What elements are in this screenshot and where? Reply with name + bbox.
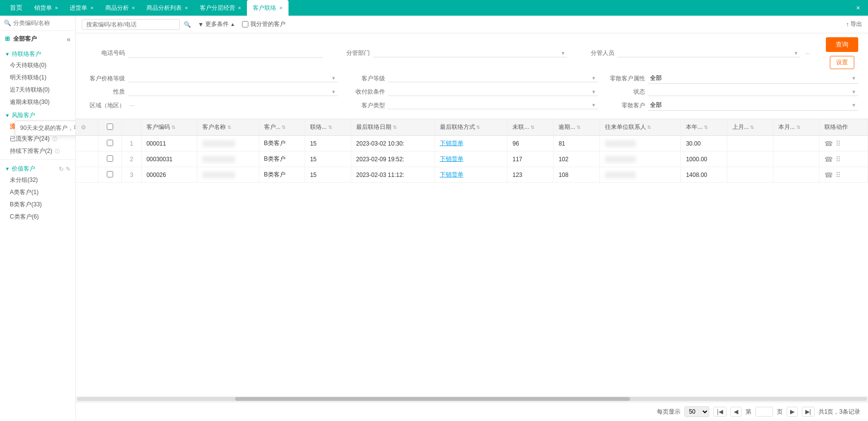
- export-btn[interactable]: ↑ 导出: [846, 20, 862, 28]
- th-last-contact-date[interactable]: 最后联络日期: [351, 119, 435, 136]
- page-size-select[interactable]: 50 100 200: [684, 406, 709, 417]
- th-settings[interactable]: ⚙: [76, 119, 98, 136]
- th-this-year[interactable]: 本年...: [681, 119, 727, 136]
- adv-manager-dots[interactable]: ···: [803, 50, 812, 57]
- adv-nature-select[interactable]: ▼: [128, 88, 338, 96]
- adv-status-select[interactable]: ▼: [648, 88, 858, 96]
- th-type[interactable]: 客户...: [259, 119, 305, 136]
- scrollbar-thumb[interactable]: [235, 397, 630, 401]
- settings-gear-icon[interactable]: ⚙: [81, 124, 86, 131]
- adv-cust-type-select[interactable]: ▼: [388, 101, 598, 109]
- page-number-input[interactable]: 1: [755, 407, 773, 417]
- adv-scatter-attr-select[interactable]: 全部 ▼: [648, 73, 858, 84]
- tab-customer-tier-close[interactable]: ×: [238, 5, 241, 11]
- adv-nature-label: 性质: [86, 88, 125, 96]
- sidebar-item-tomorrow-pending[interactable]: 明天待联络(1): [0, 72, 75, 84]
- horizontal-scrollbar[interactable]: [76, 396, 868, 402]
- row-checkbox[interactable]: [107, 140, 113, 146]
- adv-scatter-cust-select[interactable]: 全部 ▼: [648, 100, 858, 111]
- last-page-btn[interactable]: ▶|: [802, 407, 815, 417]
- edit-icon[interactable]: ✎: [66, 166, 71, 173]
- adv-status-label: 状态: [606, 88, 645, 96]
- sidebar-item-a-class[interactable]: A类客户(1): [0, 186, 75, 198]
- sidebar-item-b-class[interactable]: B类客户(33): [0, 198, 75, 211]
- settings-button[interactable]: 设置: [830, 56, 854, 69]
- more-conditions-btn[interactable]: ▼ 更多条件 ▲: [195, 19, 238, 30]
- th-name[interactable]: 客户名称: [197, 119, 259, 136]
- sidebar-item-churn-warning-container: 流失预警客户(3) ● 90天未交易的客户，可能有流失风险。: [0, 121, 75, 133]
- th-code[interactable]: 客户编码: [141, 119, 197, 136]
- sidebar-item-declining[interactable]: 持续下滑客户(2) ⓘ: [0, 145, 75, 157]
- row-checkbox[interactable]: [107, 155, 113, 162]
- row-this-year: 1000.00: [681, 151, 727, 167]
- adv-status-field: 状态 ▼: [606, 88, 858, 96]
- first-page-btn[interactable]: |◀: [713, 407, 726, 417]
- adv-price-grade-label: 客户价格等级: [86, 74, 125, 83]
- row-last-contact-method[interactable]: 下销货单: [434, 136, 507, 151]
- prev-page-btn[interactable]: ◀: [730, 407, 742, 417]
- adv-phone-input[interactable]: [128, 49, 323, 58]
- tab-analysis[interactable]: 商品分析 ×: [99, 0, 141, 16]
- more-action-icon[interactable]: ⠿: [836, 140, 841, 148]
- adv-cust-grade-select[interactable]: ▼: [388, 74, 598, 82]
- tab-analysis-close[interactable]: ×: [132, 5, 135, 11]
- sidebar-item-today-pending[interactable]: 今天待联络(0): [0, 59, 75, 72]
- tab-customer-contact-close[interactable]: ×: [279, 5, 282, 11]
- status-arrow-icon: ▼: [851, 89, 856, 95]
- tab-customer-contact[interactable]: 客户联络 ×: [247, 0, 288, 16]
- row-checkbox[interactable]: [107, 171, 113, 177]
- th-contact-person[interactable]: 往来单位联系人: [600, 119, 681, 136]
- tab-home[interactable]: 首页: [4, 0, 28, 16]
- sidebar-item-ungrouped[interactable]: 未分组(32): [0, 174, 75, 186]
- th-contact[interactable]: 联络...: [305, 119, 351, 136]
- sidebar-item-week-pending[interactable]: 近7天待联络(0): [0, 84, 75, 96]
- row-action-cell: [76, 167, 98, 183]
- sidebar-group-pending[interactable]: ▼ 待联络客户: [0, 47, 75, 59]
- sidebar-collapse-btn[interactable]: «: [67, 35, 71, 43]
- th-overdue[interactable]: 逾期...: [554, 119, 600, 136]
- sidebar-all-customers[interactable]: ⊞ 全部客户 «: [0, 31, 75, 47]
- row-last-contact-method[interactable]: 下销货单: [434, 151, 507, 167]
- refresh-icon[interactable]: ↻: [59, 166, 64, 173]
- th-uncontacted[interactable]: 未联...: [507, 119, 554, 136]
- my-customers-check[interactable]: 我分管的客户: [242, 20, 286, 28]
- more-action-icon[interactable]: ⠿: [836, 171, 841, 179]
- contact-action-icon[interactable]: ☎: [824, 140, 833, 148]
- sidebar-item-c-class[interactable]: C类客户(6): [0, 211, 75, 223]
- search-btn[interactable]: 🔍: [184, 21, 191, 28]
- more-action-icon[interactable]: ⠿: [836, 155, 841, 163]
- tab-sales-close[interactable]: ×: [55, 5, 58, 11]
- my-customers-checkbox[interactable]: [242, 21, 248, 27]
- th-last-contact-method[interactable]: 最后联络方式: [434, 119, 507, 136]
- sidebar-item-overdue[interactable]: 逾期未联络(30): [0, 96, 75, 108]
- contact-action-icon[interactable]: ☎: [824, 155, 833, 163]
- tab-analysis-list[interactable]: 商品分析列表 ×: [141, 0, 193, 16]
- adv-manager-select[interactable]: ▼: [617, 50, 800, 57]
- close-all-tabs[interactable]: ×: [852, 4, 864, 12]
- cust-type-arrow-icon: ▼: [591, 102, 596, 108]
- query-button[interactable]: 查询: [826, 37, 858, 52]
- sidebar-search-input[interactable]: [13, 20, 76, 26]
- sidebar-group-risk[interactable]: ▼ 风险客户: [0, 108, 75, 121]
- adv-payment-select[interactable]: ▼: [388, 88, 598, 96]
- page-label: 第: [746, 408, 751, 416]
- info-icon-lost: ⓘ: [52, 136, 57, 142]
- row-last-contact-method[interactable]: 下销货单: [434, 167, 507, 183]
- search-input[interactable]: [82, 19, 180, 30]
- select-all-checkbox[interactable]: [107, 124, 113, 130]
- th-last-month[interactable]: 上月...: [727, 119, 773, 136]
- adv-cust-grade-label: 客户等级: [346, 74, 385, 83]
- tab-purchase[interactable]: 进货单 ×: [64, 0, 99, 16]
- tab-sales[interactable]: 销货单 ×: [28, 0, 64, 16]
- adv-dept-select[interactable]: ▼: [373, 50, 568, 57]
- adv-price-grade-select[interactable]: ▼: [128, 74, 338, 82]
- th-this-month[interactable]: 本月...: [773, 119, 819, 136]
- contact-action-icon[interactable]: ☎: [824, 171, 833, 179]
- tab-analysis-list-close[interactable]: ×: [185, 5, 188, 11]
- row-contact: 15: [305, 136, 351, 151]
- adv-region-dots[interactable]: ···: [128, 102, 137, 109]
- tab-customer-tier[interactable]: 客户分层经营 ×: [194, 0, 247, 16]
- sidebar-group-value[interactable]: ▼ 价值客户 ↻ ✎: [0, 162, 75, 174]
- next-page-btn[interactable]: ▶: [787, 407, 798, 417]
- tab-purchase-close[interactable]: ×: [90, 5, 93, 11]
